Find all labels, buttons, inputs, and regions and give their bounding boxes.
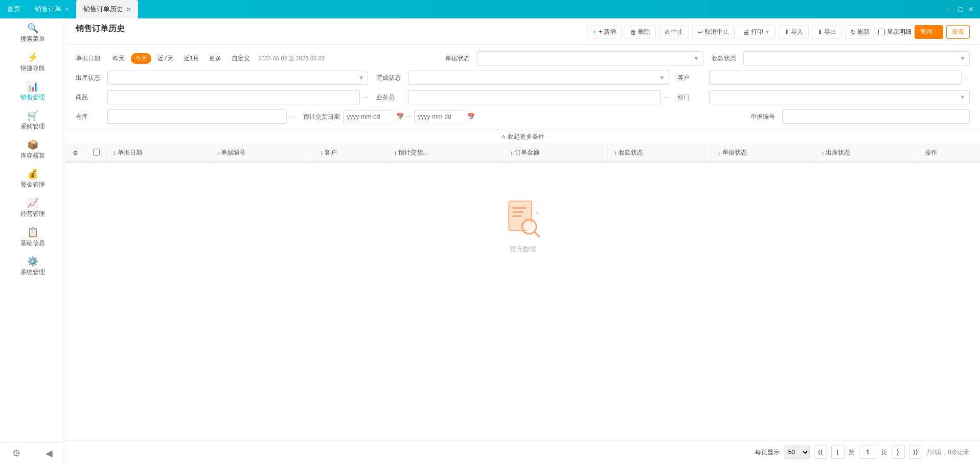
sidebar-label-system: 系统管理 [20, 268, 45, 277]
page-size-label: 每页显示 [755, 448, 780, 457]
sidebar-item-system[interactable]: ⚙️ 系统管理 [0, 252, 65, 281]
bill-status-label: 单据状态 [445, 54, 474, 63]
close-tab-sales-order[interactable]: ✕ [64, 6, 69, 13]
page-size-select[interactable]: 50 10 20 100 [784, 446, 810, 459]
date-from-input[interactable] [343, 110, 394, 123]
date-to-input[interactable] [414, 110, 465, 123]
th-expected-date[interactable]: ↕ 预计交货... [387, 143, 504, 163]
table-wrap: ⚙ ↕ 单据日期 ↕ [65, 143, 980, 440]
stop-button[interactable]: ⊘ 中止 [659, 25, 689, 39]
sidebar-item-purchase[interactable]: 🛒 采购管理 [0, 106, 65, 135]
last-page-button[interactable]: ⟩⟩ [909, 446, 922, 459]
date-btn-7days[interactable]: 近7天 [153, 53, 177, 64]
filter-section: 单据日期 昨天 今天 近7天 近1月 更多 自定义 2023-06-02 至 2… [65, 45, 980, 130]
th-order-amount[interactable]: ↕ 订单金额 [504, 143, 607, 163]
filter-product: 商品 ··· [76, 90, 368, 104]
th-operation: 操作 [919, 143, 980, 163]
th-receipt-status[interactable]: ↕ 收款状态 [607, 143, 711, 163]
warehouse-input[interactable] [107, 109, 287, 124]
th-bill-status[interactable]: ↕ 单据状态 [711, 143, 815, 163]
filter-delivery-status: 出库状态 ▼ [76, 71, 368, 85]
bill-status-select-wrap: ▼ [477, 51, 703, 65]
window-controls: — □ ✕ [946, 5, 980, 13]
purchase-icon: 🛒 [27, 111, 38, 120]
page-title: 销售订单历史 [76, 24, 125, 34]
sidebar-item-inventory[interactable]: 📦 库存核算 [0, 135, 65, 164]
filter-bill-date: 单据日期 昨天 今天 近7天 近1月 更多 自定义 2023-06-02 至 2… [76, 53, 437, 64]
query-button[interactable]: 查询 [915, 25, 943, 39]
date-btn-yesterday[interactable]: 昨天 [108, 53, 129, 64]
base-info-icon: 📋 [27, 228, 38, 237]
maximize-icon[interactable]: □ [959, 5, 963, 13]
import-button[interactable]: ⬆ 导入 [779, 25, 809, 39]
sidebar-label-base-info: 基础信息 [20, 239, 45, 248]
sidebar: 🔍 搜索菜单 ⚡ 快捷导航 📊 销售管理 🛒 采购管理 📦 库存核算 💰 资金管… [0, 18, 65, 464]
th-bill-no[interactable]: ↕ 单据编号 [210, 143, 314, 163]
warehouse-dots[interactable]: ··· [290, 113, 295, 120]
print-button[interactable]: 🖨 打印 ▼ [738, 25, 776, 39]
date-btn-1month[interactable]: 近1月 [179, 53, 203, 64]
sidebar-item-quick-nav[interactable]: ⚡ 快捷导航 [0, 48, 65, 77]
bill-no-input[interactable] [782, 109, 970, 124]
system-icon: ⚙️ [27, 257, 38, 266]
customer-dots[interactable]: ··· [965, 74, 970, 81]
th-customer[interactable]: ↕ 客户 [314, 143, 388, 163]
product-input[interactable] [107, 90, 360, 104]
salesperson-input[interactable] [408, 90, 660, 104]
th-checkbox[interactable] [86, 143, 106, 163]
first-page-button[interactable]: ⟨⟨ [814, 446, 827, 459]
receipt-status-input[interactable] [743, 51, 970, 65]
cancel-stop-button[interactable]: ↩ 取消中止 [692, 25, 735, 39]
page-number-input[interactable] [859, 446, 877, 459]
cancel-stop-icon: ↩ [698, 29, 703, 36]
next-page-button[interactable]: ⟩ [892, 446, 905, 459]
salesperson-dots[interactable]: ··· [664, 94, 669, 101]
date-range-display: 2023-06-02 至 2023-06-02 [258, 55, 325, 62]
bill-date-label: 单据日期 [76, 54, 104, 63]
cal-to-icon[interactable]: 📅 [467, 113, 475, 120]
tab-sales-order[interactable]: 销售订单 ✕ [28, 0, 76, 18]
refresh-button[interactable]: ↻ 刷新 [845, 25, 875, 39]
minimize-icon[interactable]: — [946, 5, 953, 13]
complete-status-input[interactable] [408, 71, 669, 85]
settings-button[interactable]: 设置 [946, 25, 970, 39]
sidebar-item-operation[interactable]: 📈 经营管理 [0, 193, 65, 223]
receipt-status-label: 收款状态 [712, 54, 740, 63]
display-detail-label[interactable]: 显示明细 [878, 28, 911, 36]
display-detail-checkbox[interactable] [878, 29, 885, 35]
export-button[interactable]: ⬇ 导出 [812, 25, 842, 39]
collapse-bar[interactable]: ∧ 收起更多条件 [65, 130, 980, 143]
sidebar-label-quick-nav: 快捷导航 [20, 64, 45, 73]
cal-from-icon[interactable]: 📅 [396, 113, 404, 120]
sidebar-item-sales[interactable]: 📊 销售管理 [0, 77, 65, 106]
inventory-icon: 📦 [27, 140, 38, 149]
th-settings[interactable]: ⚙ [65, 143, 86, 163]
date-btn-today[interactable]: 今天 [131, 53, 151, 64]
delete-icon: 🗑 [630, 29, 636, 36]
customer-input[interactable] [709, 71, 962, 85]
sidebar-label-purchase: 采购管理 [20, 122, 45, 131]
collapse-sidebar-icon[interactable]: ◀ [45, 448, 53, 459]
settings-bottom-icon[interactable]: ⚙ [12, 448, 20, 459]
close-tab-sales-history[interactable]: ✕ [126, 6, 131, 13]
tab-sales-history[interactable]: 销售订单历史 ✕ [76, 0, 138, 18]
delete-button[interactable]: 🗑 删除 [625, 25, 656, 39]
th-bill-date[interactable]: ↕ 单据日期 [106, 143, 210, 163]
tab-home[interactable]: 首页 [0, 0, 28, 18]
department-input[interactable] [709, 90, 970, 104]
close-icon[interactable]: ✕ [968, 5, 974, 13]
bill-status-input[interactable] [477, 51, 703, 65]
sidebar-item-finance[interactable]: 💰 资金管理 [0, 164, 65, 193]
delivery-status-select-wrap: ▼ [107, 71, 368, 85]
sidebar-item-search-menu[interactable]: 🔍 搜索菜单 [0, 18, 65, 48]
delivery-status-input[interactable] [107, 71, 368, 85]
date-btn-more[interactable]: 更多 [205, 53, 225, 64]
select-all-checkbox[interactable] [93, 149, 100, 156]
sidebar-item-base-info[interactable]: 📋 基础信息 [0, 223, 65, 252]
th-delivery-status[interactable]: ↕ 出库状态 [815, 143, 919, 163]
main-layout: 🔍 搜索菜单 ⚡ 快捷导航 📊 销售管理 🛒 采购管理 📦 库存核算 💰 资金管… [0, 18, 980, 464]
prev-page-button[interactable]: ⟨ [831, 446, 845, 459]
date-btn-custom[interactable]: 自定义 [227, 53, 254, 64]
new-button[interactable]: + + 新增 [587, 25, 622, 39]
product-dots[interactable]: ··· [363, 94, 368, 101]
